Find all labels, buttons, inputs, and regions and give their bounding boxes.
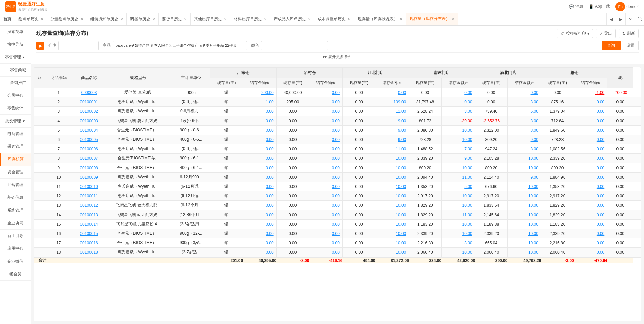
- table-cell[interactable]: 0.00: [574, 144, 607, 154]
- table-cell[interactable]: 0.00: [309, 126, 342, 135]
- table-cell[interactable]: 9.00: [507, 135, 541, 144]
- table-cell[interactable]: 0.00: [574, 135, 607, 144]
- table-cell[interactable]: 10.00: [375, 154, 409, 163]
- table-cell[interactable]: 0.00: [574, 107, 607, 116]
- table-cell[interactable]: 0.00: [309, 135, 342, 144]
- table-cell[interactable]: 0.00: [243, 229, 276, 238]
- table-cell[interactable]: 0.00: [309, 116, 342, 126]
- table-cell-code[interactable]: 00100012: [73, 201, 105, 210]
- table-cell[interactable]: 0.00: [309, 182, 342, 191]
- table-cell[interactable]: 6.00: [507, 107, 541, 116]
- table-cell[interactable]: 10.00: [441, 135, 475, 144]
- table-cell[interactable]: 10.00: [375, 248, 409, 258]
- table-cell[interactable]: 10.00: [507, 220, 541, 229]
- table-cell-code[interactable]: 00100001: [73, 97, 105, 107]
- table-cell-code[interactable]: 00100007: [73, 154, 105, 163]
- table-cell[interactable]: 10.00: [507, 229, 541, 238]
- tab-close-icon[interactable]: ✕: [308, 17, 311, 21]
- table-cell-code[interactable]: 00100009: [73, 173, 105, 182]
- table-cell[interactable]: 11.00: [441, 210, 475, 220]
- filter-expand-btn[interactable]: ▶: [36, 42, 44, 50]
- table-cell[interactable]: 10.00: [441, 220, 475, 229]
- table-cell[interactable]: 10.00: [375, 173, 409, 182]
- sidebar-item-quicknav[interactable]: 快捷导航: [0, 38, 31, 51]
- sidebar-item-finance[interactable]: 资金管理: [0, 166, 31, 179]
- table-cell-code[interactable]: 00100008: [73, 163, 105, 173]
- table-cell-code[interactable]: 00100011: [73, 191, 105, 201]
- table-cell[interactable]: 0.00: [309, 154, 342, 163]
- table-cell[interactable]: 0.00: [574, 220, 607, 229]
- table-cell[interactable]: 0.00: [574, 248, 607, 258]
- table-cell[interactable]: 10.00: [441, 163, 475, 173]
- tab-prev-btn[interactable]: ◀: [606, 13, 616, 26]
- tab-close-icon[interactable]: ✕: [264, 17, 267, 21]
- app-download-btn[interactable]: 📱 App下载: [589, 4, 610, 9]
- tab-finished-inbound[interactable]: 产成品入库单历史 ✕: [270, 13, 314, 26]
- table-cell[interactable]: 10.00: [441, 248, 475, 258]
- table-cell-code[interactable]: 00100016: [73, 238, 105, 248]
- print-btn[interactable]: 🖨 按模板打印 ▾: [557, 29, 593, 38]
- sidebar-item-system[interactable]: 系统管理: [0, 204, 31, 217]
- tab-home[interactable]: 首页: [0, 13, 15, 26]
- table-cell[interactable]: 7.00: [441, 144, 475, 154]
- warehouse-input[interactable]: [58, 41, 99, 50]
- table-cell[interactable]: 0.00: [574, 210, 607, 220]
- table-cell[interactable]: 0.00: [574, 238, 607, 248]
- sidebar-item-purchase[interactable]: 采购管理: [0, 140, 31, 153]
- table-cell[interactable]: 0.00: [309, 201, 342, 210]
- table-cell[interactable]: 10.00: [507, 248, 541, 258]
- tab-requisition[interactable]: 要货单历史 ✕: [159, 13, 191, 26]
- table-cell[interactable]: 8.00: [507, 126, 541, 135]
- table-cell[interactable]: 0.00: [441, 88, 475, 97]
- sidebar-item-wholesale[interactable]: 批发管理 ▼: [0, 115, 31, 128]
- table-cell[interactable]: 3.00: [441, 238, 475, 248]
- query-btn[interactable]: 查询: [602, 41, 621, 50]
- sidebar-item-search[interactable]: 搜索英单: [0, 26, 31, 38]
- table-cell-code[interactable]: 00100005: [73, 135, 105, 144]
- table-cell[interactable]: 0.00: [243, 154, 276, 163]
- refresh-btn[interactable]: ↻ 刷新: [619, 29, 639, 38]
- tab-material-outbound[interactable]: 材料出库单历史 ✕: [230, 13, 270, 26]
- table-cell[interactable]: 0.00: [574, 126, 607, 135]
- tab-other-outbound[interactable]: 其他出库单历史 ✕: [191, 13, 230, 26]
- table-cell[interactable]: 109.00: [375, 97, 409, 107]
- table-cell[interactable]: 10.00: [507, 201, 541, 210]
- tab-transfer[interactable]: 调拨单历史 ✕: [127, 13, 159, 26]
- message-btn[interactable]: 💬 消息: [569, 4, 583, 9]
- expand-conditions-btn[interactable]: ▾▾ 展开更多条件: [36, 52, 639, 61]
- table-cell[interactable]: 10.00: [375, 182, 409, 191]
- table-cell[interactable]: 3.00: [507, 97, 541, 107]
- table-cell[interactable]: 0.00: [243, 144, 276, 154]
- table-cell[interactable]: 0.00: [309, 238, 342, 248]
- tab-close-icon[interactable]: ✕: [80, 17, 83, 21]
- table-cell[interactable]: 10.00: [507, 191, 541, 201]
- tab-cost-adjust[interactable]: 成本调整单历史 ✕: [314, 13, 354, 26]
- table-cell[interactable]: 0.00: [309, 173, 342, 182]
- table-cell[interactable]: 0.00: [243, 201, 276, 210]
- table-cell-code[interactable]: 00100013: [73, 210, 105, 220]
- sidebar-item-ecommerce[interactable]: 电商管理: [0, 128, 31, 140]
- table-cell[interactable]: 10.00: [441, 229, 475, 238]
- table-cell-code[interactable]: 00100006: [73, 144, 105, 154]
- table-cell[interactable]: 9.00: [375, 135, 409, 144]
- table-cell[interactable]: 0.00: [243, 210, 276, 220]
- table-cell[interactable]: 10.00: [375, 210, 409, 220]
- table-cell-code[interactable]: 00100002: [73, 107, 105, 116]
- tab-assembly[interactable]: 组装拆卸单历史 ✕: [87, 13, 127, 26]
- table-cell[interactable]: 0.00: [574, 182, 607, 191]
- table-cell[interactable]: 11.00: [375, 107, 409, 116]
- table-cell[interactable]: 0.00: [243, 126, 276, 135]
- settings-btn[interactable]: 设置: [622, 41, 639, 50]
- table-cell[interactable]: 10.00: [441, 201, 475, 210]
- table-cell[interactable]: 0.00: [243, 191, 276, 201]
- table-cell[interactable]: 10.00: [375, 220, 409, 229]
- sidebar-item-retail-mgmt[interactable]: 零售管理 ▲: [0, 51, 31, 64]
- table-cell[interactable]: 0.00: [309, 220, 342, 229]
- table-cell[interactable]: 0.00: [574, 163, 607, 173]
- table-cell[interactable]: 10.00: [507, 154, 541, 163]
- table-cell[interactable]: 8.00: [507, 116, 541, 126]
- table-cell[interactable]: 0.00: [309, 144, 342, 154]
- sidebar-item-member[interactable]: 会员中心: [0, 89, 31, 102]
- table-cell[interactable]: 0.00: [309, 191, 342, 201]
- table-cell-code[interactable]: 00100014: [73, 220, 105, 229]
